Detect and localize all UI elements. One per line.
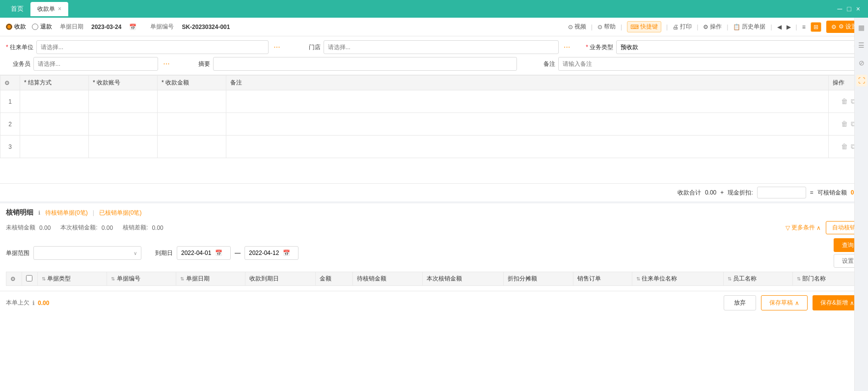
select-all-checkbox[interactable] [26, 275, 32, 281]
save-chevron-icon: ∧ [850, 300, 854, 307]
table-row: 2 🗑 ⧉ [0, 113, 868, 136]
store-input[interactable] [324, 40, 559, 54]
discount-input[interactable] [757, 187, 806, 198]
lower-table-wrapper: ⚙ ⇅ 单据类型 ⇅ 单据编号 [6, 272, 862, 286]
print-icon: 🖨 [673, 24, 678, 30]
close-tab-icon[interactable]: × [58, 5, 61, 12]
verify-tab-pending[interactable]: 待核销单据(0笔) [45, 209, 88, 217]
nav-next-btn[interactable]: ▶ [787, 24, 791, 30]
chevron-up-icon: ∧ [816, 224, 821, 231]
close-icon[interactable]: × [856, 5, 860, 13]
row-1-amount[interactable] [158, 90, 226, 113]
verify-section: 核销明细 ℹ 待核销单据(0笔) | 已核销单据(0笔) 未核销金额 0.00 … [0, 201, 868, 291]
tab-home[interactable]: 首页 [4, 1, 30, 16]
range-select[interactable]: ∨ [33, 246, 141, 260]
current-stat: 本次核销金额: 0.00 [60, 223, 113, 232]
lower-col-dept: ⇅ 部门名称 [792, 272, 862, 286]
lower-col-due-date: 收款到期日 [245, 272, 315, 286]
keyboard-icon: ⌨ [630, 24, 639, 30]
help-icon: ⊙ [597, 24, 602, 30]
row-3-account[interactable] [89, 136, 158, 158]
history-btn[interactable]: 📋 历史单据 [733, 23, 765, 31]
staff-more-btn[interactable]: ··· [161, 59, 171, 68]
print-btn[interactable]: 🖨 打印 [673, 23, 692, 31]
lower-table-settings-icon[interactable]: ⚙ [10, 276, 16, 282]
remark-input[interactable] [558, 57, 862, 71]
staff-field: 业务员 ··· [6, 57, 172, 71]
footer-actions: 放弃 保存草稿 ∧ 保存&新增 ∧ [724, 295, 862, 310]
table-settings-icon[interactable]: ⚙ [4, 80, 10, 86]
discard-button[interactable]: 放弃 [724, 295, 756, 310]
row-2-settle[interactable] [20, 113, 89, 136]
footer-bar: 本单上欠 ℹ 0.00 放弃 保存草稿 ∧ 保存&新增 ∧ [0, 291, 868, 314]
total-label: 收款合计 [678, 189, 701, 197]
this-slip-value: 0.00 [38, 300, 49, 307]
row-num-1: 1 [0, 90, 20, 113]
partner-more-btn[interactable]: ··· [271, 43, 282, 52]
lower-table: ⚙ ⇅ 单据类型 ⇅ 单据编号 [6, 272, 862, 286]
tab-active[interactable]: 收款单 × [30, 2, 68, 16]
toolbar-row: 收款 退款 单据日期 2023-03-24 📅 单据编号 SK-20230324… [0, 18, 868, 36]
range-label: 单据范围 [6, 249, 29, 257]
row-3-settle[interactable] [20, 136, 89, 158]
summary-input[interactable] [213, 57, 517, 71]
col-header-remark: 备注 [226, 76, 829, 90]
row-2-account[interactable] [89, 113, 158, 136]
row-1-account[interactable] [89, 90, 158, 113]
main-content: 收款 退款 单据日期 2023-03-24 📅 单据编号 SK-20230324… [0, 18, 868, 391]
net-label: 可核销金额 [817, 189, 847, 197]
row-3-remark[interactable] [226, 136, 829, 158]
video-btn[interactable]: ⊙ 视频 [568, 23, 586, 31]
col-header-account: * 收款账号 [89, 76, 158, 90]
more-filter-btn[interactable]: ▽ 更多条件 ∧ [786, 223, 821, 232]
draft-button[interactable]: 保存草稿 ∧ [761, 295, 808, 310]
unchecked-stat: 未核销金额 0.00 [6, 223, 51, 232]
maximize-icon[interactable]: □ [847, 5, 851, 13]
video-icon: ⊙ [568, 24, 573, 30]
row-2-remark[interactable] [226, 113, 829, 136]
date-to-input[interactable]: 2022-04-12 📅 [244, 246, 298, 260]
help-btn[interactable]: ⊙ 帮助 [597, 23, 616, 31]
biz-type-field: * 业务类型 预收款 ∨ [586, 40, 862, 54]
radio-refund[interactable]: 退款 [32, 23, 52, 31]
partner-label: * 往来单位 [6, 43, 33, 52]
row-2-amount[interactable] [158, 113, 226, 136]
row-1-remark[interactable] [226, 90, 829, 113]
lower-col-staff: ⇅ 员工名称 [723, 272, 792, 286]
row-num-3: 3 [0, 136, 20, 158]
biz-type-select[interactable]: 预收款 ∨ [616, 40, 862, 54]
remark-label: 备注 [531, 60, 555, 68]
partner-input[interactable] [36, 40, 269, 54]
sidebar-list-icon[interactable]: ☰ [856, 39, 867, 51]
form-row-2: 业务员 ··· 摘要 备注 [6, 57, 862, 71]
row-2-delete-icon[interactable]: 🗑 [841, 120, 848, 128]
gear-icon: ⚙ [831, 24, 837, 30]
history-icon: 📋 [733, 24, 740, 30]
row-3-amount[interactable] [158, 136, 226, 158]
partner-field: * 往来单位 ··· [6, 40, 282, 54]
row-1-settle[interactable] [20, 90, 89, 113]
store-more-btn[interactable]: ··· [562, 43, 572, 52]
row-3-delete-icon[interactable]: 🗑 [841, 142, 848, 151]
date-from-input[interactable]: 2022-04-01 📅 [177, 246, 231, 260]
info-icon[interactable]: ℹ [32, 300, 35, 307]
verify-tab-done[interactable]: 已核销单据(0笔) [99, 209, 142, 217]
calendar-icon[interactable]: 📅 [129, 24, 136, 30]
sidebar-table-icon[interactable]: ▦ [856, 22, 867, 33]
radio-receipt[interactable]: 收款 [6, 23, 26, 31]
staff-input[interactable] [33, 57, 158, 71]
calendar-to-icon[interactable]: 📅 [283, 250, 290, 256]
lower-col-number: ⇅ 单据编号 [107, 272, 176, 286]
grid-view-btn[interactable]: ⊞ [811, 22, 821, 32]
view-list-btn[interactable]: ≡ [802, 24, 806, 30]
col-header-amount: * 收款金额 [158, 76, 226, 90]
verify-info-icon[interactable]: ℹ [38, 210, 40, 216]
sidebar-link-icon[interactable]: ⊘ [857, 57, 867, 69]
operation-btn[interactable]: ⚙ 操作 [703, 23, 722, 31]
minimize-icon[interactable]: ─ [837, 5, 842, 13]
row-1-delete-icon[interactable]: 🗑 [841, 97, 848, 106]
sidebar-expand-icon[interactable]: ⛶ [856, 75, 867, 86]
shortcut-btn[interactable]: ⌨ 快捷键 [627, 21, 661, 32]
calendar-from-icon[interactable]: 📅 [215, 250, 222, 256]
nav-prev-btn[interactable]: ◀ [777, 24, 782, 30]
